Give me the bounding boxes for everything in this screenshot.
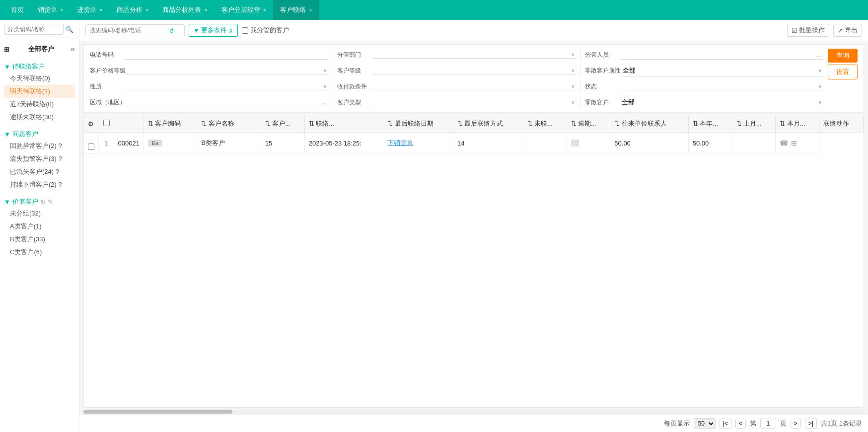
ellipsis-icon: ... xyxy=(817,51,822,58)
sidebar-group-pending-label[interactable]: ▼ 待联络客户 xyxy=(4,60,75,72)
sidebar-search-icon[interactable]: 🔍 xyxy=(66,26,73,33)
col-sort-icon[interactable]: ⇅ xyxy=(736,120,742,127)
sidebar-item-declining[interactable]: 持续下滑客户(2) ? xyxy=(4,178,75,191)
filter-nature-select[interactable]: ∨ xyxy=(125,82,329,90)
search-icon[interactable]: ☌ xyxy=(169,26,174,34)
filter-row-3: 性质 ∨ 收付款条件 ∨ xyxy=(90,80,824,92)
close-icon[interactable]: × xyxy=(145,7,148,13)
sidebar-item-c-class[interactable]: C类客户(6) xyxy=(4,246,75,259)
col-sort-icon[interactable]: ⇅ xyxy=(457,120,463,127)
filter-region-select[interactable]: ... xyxy=(126,98,329,107)
grid-icon[interactable]: ⊞ xyxy=(791,139,797,147)
sidebar-header[interactable]: ⊞ 全部客户 « xyxy=(4,42,75,56)
close-icon[interactable]: × xyxy=(99,7,102,13)
sidebar-item-a-class[interactable]: A类客户(1) xyxy=(4,220,75,233)
table-row: 1 000021 Ea B类客户 15 xyxy=(84,133,864,154)
col-not-contact: ⇅ 未联... xyxy=(523,115,567,133)
sidebar-item-churn-warning[interactable]: 流失预警客户(3) ? xyxy=(4,152,75,165)
nav-product-analysis-list[interactable]: 商品分析列表 × xyxy=(155,0,214,20)
col-sort-icon[interactable]: ⇅ xyxy=(780,120,785,127)
col-sort-icon[interactable]: ⇅ xyxy=(265,120,271,127)
more-filters-button[interactable]: ▼ 更多条件 ∧ xyxy=(189,24,238,37)
close-icon[interactable]: × xyxy=(263,7,266,13)
col-sort-icon[interactable]: ⇅ xyxy=(148,120,153,127)
close-icon[interactable]: × xyxy=(204,7,207,13)
close-icon[interactable]: × xyxy=(60,7,63,13)
nav-customer-tier[interactable]: 客户分层经营 × xyxy=(215,0,273,20)
filter-price-grade-select[interactable]: ∨ xyxy=(126,67,329,74)
row-last-contact-date: 2023-05-23 18:25: xyxy=(304,133,383,154)
sidebar-item-churned[interactable]: 已流失客户(24) ? xyxy=(4,165,75,178)
sidebar-item-ungrouped[interactable]: 未分组(32) xyxy=(4,207,75,220)
filter-person-select[interactable]: ... xyxy=(620,50,824,60)
sidebar-search-input[interactable] xyxy=(4,24,64,35)
table-header-row: ⚙ ⇅ 客户编码 ⇅ 客户名称 xyxy=(84,115,864,133)
search-input[interactable] xyxy=(90,27,169,34)
row-unit-contact xyxy=(567,133,610,154)
page-prev-button[interactable]: < xyxy=(735,419,746,429)
nav-product-analysis[interactable]: 商品分析 × xyxy=(110,0,155,20)
batch-operation-button[interactable]: ☑ 批量操作 xyxy=(787,24,829,37)
content-area: ☌ ▼ 更多条件 ∧ 我分管的客户 ☑ 批量操作 ↗ 导出 xyxy=(79,20,868,432)
nav-customer-contact[interactable]: 客户联络 × xyxy=(273,0,319,20)
sidebar-collapse-icon[interactable]: « xyxy=(71,45,75,54)
col-sort-icon[interactable]: ⇅ xyxy=(693,120,698,127)
refresh-icon[interactable]: ↻ xyxy=(40,198,46,206)
sidebar-item-b-class[interactable]: B类客户(33) xyxy=(4,233,75,246)
sidebar-item-tomorrow-contact[interactable]: 明天待联络(1) xyxy=(4,85,75,98)
page-size-select[interactable]: 50 xyxy=(694,418,716,429)
horizontal-scrollbar[interactable] xyxy=(83,410,864,414)
row-checkbox[interactable] xyxy=(88,144,94,150)
scrollbar-thumb[interactable] xyxy=(83,410,232,414)
page-total-label: 共1页 1条记录 xyxy=(821,419,862,428)
col-last-month: ⇅ 上月... xyxy=(732,115,776,133)
page-last-button[interactable]: >| xyxy=(805,419,817,429)
col-sort-icon[interactable]: ⇅ xyxy=(527,120,533,127)
filter-retail-attr-select[interactable]: 全部 ∨ xyxy=(621,65,824,76)
filter-status-select[interactable]: ∨ xyxy=(620,82,824,90)
set-button[interactable]: 设置 xyxy=(828,65,858,79)
close-icon[interactable]: × xyxy=(309,7,312,13)
filter-customer-type-select[interactable]: ∨ xyxy=(372,98,576,106)
my-customer-checkbox[interactable] xyxy=(242,27,248,34)
sidebar-group-value-label[interactable]: ▼ 价值客户 ↻ ✎ xyxy=(4,195,75,207)
sidebar-item-repurchase[interactable]: 回购异常客户(2) ? xyxy=(4,140,75,152)
col-sort-icon[interactable]: ⇅ xyxy=(614,120,620,127)
col-sort-icon[interactable]: ⇅ xyxy=(571,120,577,127)
search-input-wrap: ☌ xyxy=(85,24,185,36)
page-first-button[interactable]: |< xyxy=(720,419,731,429)
page-input[interactable] xyxy=(760,419,776,429)
filter-status: 状态 ∨ xyxy=(585,82,824,91)
query-set-group: 查询 设置 xyxy=(828,49,858,108)
page-next-button[interactable]: > xyxy=(791,419,801,429)
search-bar: ☌ ▼ 更多条件 ∧ 我分管的客户 ☑ 批量操作 ↗ 导出 xyxy=(79,20,868,41)
sidebar-group-problem-label[interactable]: ▼ 问题客户 xyxy=(4,128,75,140)
col-sort-icon[interactable]: ⇅ xyxy=(201,120,207,127)
nav-home[interactable]: 首页 xyxy=(4,0,31,20)
nav-purchase-order[interactable]: 进货单 × xyxy=(70,0,109,20)
chevron-up-icon: ∧ xyxy=(228,27,233,34)
filter-customer-type: 客户类型 ∨ xyxy=(337,98,576,107)
filter-customer-grade-select[interactable]: ∨ xyxy=(372,67,576,74)
gear-icon[interactable]: ⚙ xyxy=(88,120,94,128)
filter-retail-customer-select[interactable]: 全部 ∨ xyxy=(620,97,824,108)
phone-icon[interactable]: ☎ xyxy=(780,139,788,147)
query-button[interactable]: 查询 xyxy=(828,49,858,63)
filter-phone-input[interactable] xyxy=(125,50,329,60)
filter-payment-select[interactable]: ∨ xyxy=(372,82,576,90)
col-sort-icon[interactable]: ⇅ xyxy=(309,120,314,127)
row-type: B类客户 xyxy=(197,133,261,154)
filter-dept-select[interactable]: ∨ xyxy=(372,51,576,59)
export-button[interactable]: ↗ 导出 xyxy=(833,24,862,37)
sidebar-item-today-contact[interactable]: 今天待联络(0) xyxy=(4,72,75,85)
col-sort-icon[interactable]: ⇅ xyxy=(387,120,393,127)
my-customer-checkbox-wrap[interactable]: 我分管的客户 xyxy=(242,26,289,35)
select-all-checkbox[interactable] xyxy=(103,120,110,126)
edit-icon[interactable]: ✎ xyxy=(48,198,53,206)
sidebar-item-week-contact[interactable]: 近7天待联络(0) xyxy=(4,98,75,111)
export-icon: ↗ xyxy=(838,27,843,34)
sidebar-item-overdue-contact[interactable]: 逾期未联络(30) xyxy=(4,111,75,124)
col-contact: ⇅ 联络... xyxy=(304,115,383,133)
last-contact-link[interactable]: 下销货单 xyxy=(387,139,413,146)
nav-sales-order[interactable]: 销货单 × xyxy=(31,0,70,20)
